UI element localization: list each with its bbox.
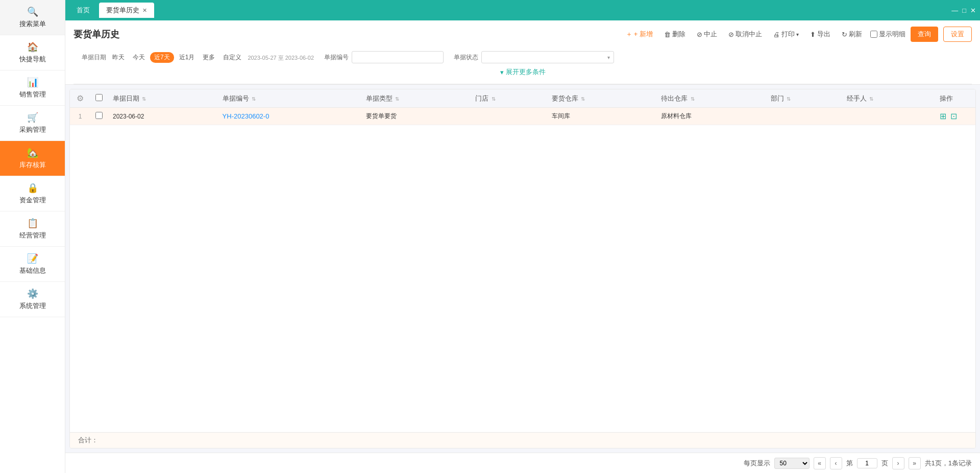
more-icon[interactable]: ⊡ xyxy=(950,111,957,121)
table-area: ⚙ 单据日期 ⇅ 单据编号 ⇅ xyxy=(69,89,976,448)
refresh-button[interactable]: ↻ 刷新 xyxy=(839,28,865,41)
export-button[interactable]: ⬆ 导出 xyxy=(807,28,834,41)
bill-no-input[interactable] xyxy=(352,51,444,63)
tab-home[interactable]: 首页 xyxy=(69,3,97,18)
first-page-button[interactable]: « xyxy=(814,457,826,469)
refresh-label: 刷新 xyxy=(849,30,862,39)
tab-close-icon[interactable]: ✕ xyxy=(142,7,147,14)
wait-warehouse-sort-icon[interactable]: ⇅ xyxy=(691,96,695,102)
col-bill-type: 单据类型 ⇅ xyxy=(361,89,471,108)
col-bill-no-label: 单据编号 xyxy=(223,94,249,102)
print-button[interactable]: 🖨 打印 ▾ xyxy=(770,28,802,41)
window-restore-icon[interactable]: □ xyxy=(962,7,966,14)
table-row: 1 2023-06-02 YH-20230602-0 要货单要货 车间库 xyxy=(70,108,975,125)
tab-active[interactable]: 要货单历史 ✕ xyxy=(99,3,154,18)
bill-no-label: 单据编号 xyxy=(324,53,349,62)
sidebar-item-inventory[interactable]: 🏡 库存核算 xyxy=(0,141,65,176)
stop-button[interactable]: ⊘ 中止 xyxy=(694,28,720,41)
sidebar-item-label: 经营管理 xyxy=(19,231,46,240)
print-icon: 🖨 xyxy=(773,31,780,38)
gear-icon: ⚙️ xyxy=(27,288,38,299)
cell-bill-type: 要货单要货 xyxy=(361,108,471,125)
per-page-select[interactable]: 50 10 20 100 xyxy=(774,458,810,469)
sidebar-item-label: 采购管理 xyxy=(19,125,46,134)
col-req-warehouse: 要货仓库 ⇅ xyxy=(547,89,656,108)
sidebar-item-sales[interactable]: 📊 销售管理 xyxy=(0,70,65,106)
cancel-stop-button[interactable]: ⊘ 取消中止 xyxy=(725,28,765,41)
dept-sort-icon[interactable]: ⇅ xyxy=(787,96,791,102)
new-button[interactable]: ＋ + 新增 xyxy=(623,28,656,41)
settings-button[interactable]: 设置 xyxy=(943,27,972,42)
action-icons: ⊞ ⊡ xyxy=(940,111,970,121)
date-filter-btns: 昨天 今天 近7天 近1月 更多 自定义 xyxy=(109,52,244,63)
sidebar-item-basic-info[interactable]: 📝 基础信息 xyxy=(0,247,65,282)
col-action: 操作 xyxy=(935,89,975,108)
date-btn-more[interactable]: 更多 xyxy=(200,52,218,63)
page-title: 要货单历史 xyxy=(74,28,119,40)
col-checkbox xyxy=(90,89,108,108)
sidebar-item-label: 基础信息 xyxy=(19,266,46,275)
home-icon: 🏠 xyxy=(27,41,38,53)
col-dept-label: 部门 xyxy=(771,94,784,102)
cell-date: 2023-06-02 xyxy=(108,108,217,125)
expand-more-btn[interactable]: ▾ 展开更多条件 xyxy=(82,65,964,79)
sidebar-item-label: 搜索菜单 xyxy=(19,19,46,29)
row-checkbox[interactable] xyxy=(95,112,103,119)
store-sort-icon[interactable]: ⇅ xyxy=(492,96,496,102)
sidebar-item-quick-nav[interactable]: 🏠 快捷导航 xyxy=(0,35,65,70)
display-cell-label: 显示明细 xyxy=(879,30,905,39)
main-area: 首页 要货单历史 ✕ — □ ✕ 要货单历史 ＋ + 新增 � xyxy=(65,0,980,473)
col-wait-warehouse-label: 待出仓库 xyxy=(661,94,688,102)
select-all-checkbox[interactable] xyxy=(95,94,103,101)
sidebar-item-finance[interactable]: 🔒 资金管理 xyxy=(0,176,65,211)
date-btn-1month[interactable]: 近1月 xyxy=(176,52,198,63)
cart-icon: 🛒 xyxy=(27,112,38,123)
handler-sort-icon[interactable]: ⇅ xyxy=(869,96,873,102)
display-cell-button[interactable]: 显示明细 xyxy=(870,30,905,39)
sidebar-item-purchase[interactable]: 🛒 采购管理 xyxy=(0,106,65,141)
sidebar-item-label: 库存核算 xyxy=(19,160,46,170)
edit-icon[interactable]: ⊞ xyxy=(940,111,946,121)
page-title-row: 要货单历史 ＋ + 新增 🗑 删除 ⊘ 中止 ⊘ xyxy=(74,27,972,42)
bill-type-sort-icon[interactable]: ⇅ xyxy=(395,96,399,102)
col-settings: ⚙ xyxy=(70,89,90,108)
cell-store xyxy=(470,108,546,125)
new-icon: ＋ xyxy=(626,30,632,39)
window-close-icon[interactable]: ✕ xyxy=(970,7,976,14)
sidebar-item-system[interactable]: ⚙️ 系统管理 xyxy=(0,282,65,317)
date-btn-7days[interactable]: 近7天 xyxy=(150,52,174,63)
data-table: ⚙ 单据日期 ⇅ 单据编号 ⇅ xyxy=(70,89,975,125)
filter-bar: 单据日期 昨天 今天 近7天 近1月 更多 自定义 2023-05-27 至 2… xyxy=(74,47,972,84)
date-btn-custom[interactable]: 自定义 xyxy=(220,52,244,63)
prev-page-button[interactable]: ‹ xyxy=(830,457,842,469)
display-cell-checkbox[interactable] xyxy=(870,31,877,38)
pagination-bar: 每页显示 50 10 20 100 « ‹ 第 页 › » 共1页，1条记录 xyxy=(65,453,980,473)
table-wrapper: ⚙ 单据日期 ⇅ 单据编号 ⇅ xyxy=(70,89,975,432)
col-handler-label: 经手人 xyxy=(847,94,867,102)
date-sort-icon[interactable]: ⇅ xyxy=(142,96,146,102)
bill-no-sort-icon[interactable]: ⇅ xyxy=(252,96,256,102)
status-select[interactable] xyxy=(481,51,614,63)
last-page-button[interactable]: » xyxy=(909,457,921,469)
sidebar-item-label: 销售管理 xyxy=(19,90,46,99)
bill-no-link[interactable]: YH-20230602-0 xyxy=(223,112,270,120)
tab-bar-right: — □ ✕ xyxy=(951,7,976,14)
cell-action: ⊞ ⊡ xyxy=(935,108,975,125)
delete-button[interactable]: 🗑 删除 xyxy=(661,28,689,41)
window-minimize-icon[interactable]: — xyxy=(951,7,958,14)
date-btn-yesterday[interactable]: 昨天 xyxy=(109,52,128,63)
page-input[interactable] xyxy=(857,458,877,468)
cell-bill-no: YH-20230602-0 xyxy=(217,108,361,125)
page-suffix-label: 页 xyxy=(881,459,888,468)
date-range-display: 2023-05-27 至 2023-06-02 xyxy=(248,54,314,62)
total-label: 共1页，1条记录 xyxy=(925,459,972,468)
tab-home-label: 首页 xyxy=(77,6,90,15)
settings-gear-icon[interactable]: ⚙ xyxy=(77,94,84,103)
sidebar-item-operations[interactable]: 📋 经营管理 xyxy=(0,211,65,247)
next-page-button[interactable]: › xyxy=(892,457,904,469)
query-button[interactable]: 查询 xyxy=(911,27,938,42)
req-warehouse-sort-icon[interactable]: ⇅ xyxy=(581,96,585,102)
sidebar-item-search-menu[interactable]: 🔍 搜索菜单 xyxy=(0,0,65,35)
date-btn-today[interactable]: 今天 xyxy=(130,52,148,63)
status-select-wrapper: ▾ xyxy=(481,51,614,63)
